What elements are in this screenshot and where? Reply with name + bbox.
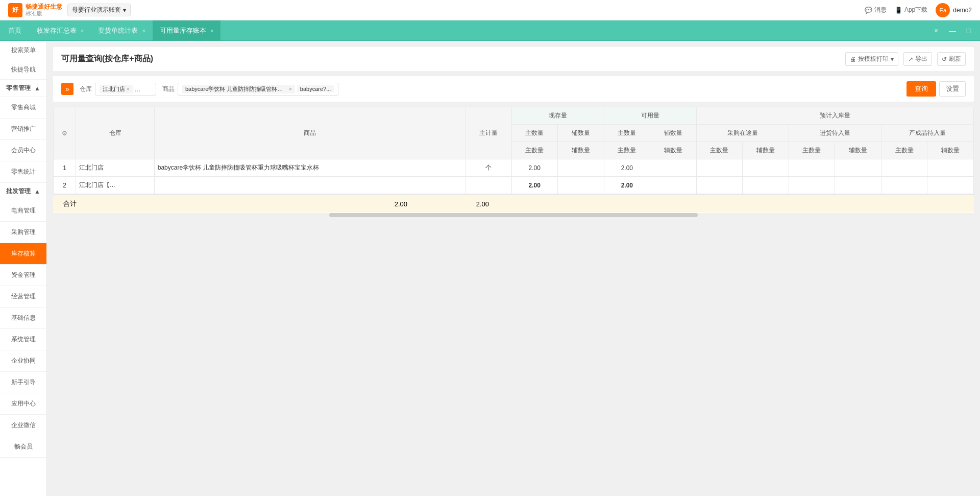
page-header: 可用量查询(按仓库+商品) 🖨 按模板打印 ▾ ↗ 导出 ↺ 刷新 — [53, 47, 974, 71]
th-gear[interactable]: ⚙ — [54, 107, 76, 159]
th-produced-group: 产成品待入量 — [881, 125, 973, 142]
warehouse-filter-value[interactable]: 江北门店 × ... — [95, 83, 156, 96]
logo-area: 好 畅捷通好生意 标准版 — [8, 3, 62, 17]
sidebar-item-operations[interactable]: 经营管理 — [0, 286, 46, 308]
tab-item-yaohuo[interactable]: 要货单统计表 × — [91, 20, 152, 41]
product-filter-value[interactable]: babycare学饮杯 儿童防摔防撞吸管杯重力球吸嘴杯宝宝水杯 × babyca… — [178, 83, 338, 96]
th-stock-main2: 主数量 — [511, 142, 558, 159]
th-avail-aux: 辅数量 — [650, 125, 697, 142]
sidebar-item-enterprise-collab[interactable]: 企业协同 — [0, 350, 46, 372]
product-tag-2: babycare?... — [297, 85, 334, 92]
sidebar-item-finance[interactable]: 资金管理 — [0, 265, 46, 286]
table-container: ⚙ 仓库 商品 主计量 现存量 可用量 预计入库量 主数量 辅数量 主数量 辅数… — [53, 107, 974, 218]
sidebar-item-purchase-mgmt[interactable]: 采购管理 — [0, 222, 46, 243]
filter-warehouse-group: 仓库 江北门店 × ... — [80, 83, 156, 96]
warehouse-filter-dots[interactable]: ... — [135, 85, 141, 93]
table-footer: 合计 2.00 2.00 — [53, 194, 974, 212]
user-area[interactable]: Ea demo2 — [936, 3, 972, 17]
main-table: ⚙ 仓库 商品 主计量 现存量 可用量 预计入库量 主数量 辅数量 主数量 辅数… — [53, 107, 974, 194]
tab-close-3[interactable]: × — [210, 28, 213, 34]
sidebar-item-retail-mall[interactable]: 零售商城 — [0, 97, 46, 119]
refresh-btn[interactable]: ↺ 刷新 — [937, 52, 966, 66]
sidebar-item-newbie[interactable]: 新手引导 — [0, 372, 46, 393]
tab-item-keyongliang[interactable]: 可用量库存账本 × — [153, 20, 220, 41]
tab-bar: 首页 收发存汇总表 × 要货单统计表 × 可用量库存账本 × × — □ — [0, 20, 980, 41]
th-prod-aux: 辅数量 — [927, 142, 974, 159]
filter-product-group: 商品 babycare学饮杯 儿童防摔防撞吸管杯重力球吸嘴杯宝宝水杯 × bab… — [162, 83, 338, 96]
th-prod-main: 主数量 — [881, 142, 927, 159]
logo-icon: 好 — [8, 3, 22, 17]
tab-bar-right: × — □ — [929, 23, 980, 38]
th-incoming-group: 进货待入量 — [789, 125, 881, 142]
user-name: demo2 — [953, 7, 972, 14]
warehouse-label: 仓库 — [80, 85, 92, 93]
print-btn[interactable]: 🖨 按模板打印 ▾ — [845, 52, 898, 66]
sidebar-item-fast-nav[interactable]: 快捷导航 — [0, 60, 46, 80]
table-row: 1 江北门店 babycare学饮杯 儿童防摔防撞吸管杯重力球吸嘴杯宝宝水杯 个… — [54, 159, 974, 177]
query-btn[interactable]: 查询 — [906, 81, 936, 97]
warehouse-tag-remove[interactable]: × — [127, 86, 130, 92]
message-icon: 💬 — [865, 7, 872, 14]
th-inc-aux: 辅数量 — [835, 142, 881, 159]
page-title: 可用量查询(按仓库+商品) — [61, 54, 153, 64]
sidebar-item-marketing[interactable]: 营销推广 — [0, 119, 46, 140]
sidebar-item-inventory[interactable]: 库存核算 — [0, 243, 46, 265]
top-bar: 好 畅捷通好生意 标准版 母婴行业演示账套 ▾ 💬 消息 📱 App下载 Ea … — [0, 0, 980, 20]
main-layout: 搜索菜单 快捷导航 零售管理 ▲ 零售商城 营销推广 会员中心 零售统计 批发管… — [0, 41, 980, 496]
sidebar-item-ecom-mgmt[interactable]: 电商管理 — [0, 200, 46, 222]
th-avail-main2: 主数量 — [604, 142, 650, 159]
sidebar-item-basic-info[interactable]: 基础信息 — [0, 308, 46, 329]
th-avail-aux2: 辅数量 — [650, 142, 697, 159]
sidebar-item-member-app[interactable]: 畅会员 — [0, 436, 46, 458]
setting-btn[interactable]: 设置 — [939, 81, 966, 97]
product-label: 商品 — [162, 85, 175, 93]
sidebar-item-app-center[interactable]: 应用中心 — [0, 393, 46, 415]
tab-close-all-btn[interactable]: × — [929, 23, 943, 38]
th-stock-group: 现存量 — [511, 107, 604, 125]
sidebar-item-retail-stats[interactable]: 零售统计 — [0, 161, 46, 183]
app-icon: 📱 — [895, 7, 902, 14]
logo-text: 畅捷通好生意 标准版 — [26, 3, 62, 17]
table-scroll-thumb[interactable] — [329, 213, 698, 217]
filter-actions: 查询 设置 — [906, 81, 966, 97]
sidebar-item-member-center[interactable]: 会员中心 — [0, 140, 46, 161]
tab-close-2[interactable]: × — [142, 28, 145, 34]
th-pur-main: 主数量 — [696, 142, 743, 159]
footer-stock-main: 2.00 — [380, 200, 421, 208]
chevron-down-icon: ▲ — [34, 188, 40, 195]
page-actions: 🖨 按模板打印 ▾ ↗ 导出 ↺ 刷新 — [845, 52, 966, 66]
sidebar-item-search-menu[interactable]: 搜索菜单 — [0, 41, 46, 60]
th-stock-main: 主数量 — [511, 125, 558, 142]
product-tag-1-remove[interactable]: × — [289, 86, 292, 92]
filter-area: » 仓库 江北门店 × ... 商品 babycare学饮杯 儿童防摔防撞吸管杯… — [53, 76, 974, 102]
export-btn[interactable]: ↗ 导出 — [903, 52, 932, 66]
industry-select[interactable]: 母婴行业演示账套 ▾ — [67, 4, 131, 16]
warehouse-tag: 江北门店 × — [100, 85, 133, 93]
tab-item-shoufacun[interactable]: 收发存汇总表 × — [30, 20, 91, 41]
footer-avail-main: 2.00 — [462, 200, 503, 208]
top-bar-left: 好 畅捷通好生意 标准版 母婴行业演示账套 ▾ — [8, 3, 131, 17]
export-icon: ↗ — [908, 56, 913, 63]
th-forecast-group: 预计入库量 — [696, 107, 973, 125]
th-inc-main: 主数量 — [789, 142, 835, 159]
message-btn[interactable]: 💬 消息 — [865, 6, 887, 14]
sidebar-item-system-mgmt[interactable]: 系统管理 — [0, 329, 46, 350]
tab-maximize-btn[interactable]: □ — [962, 23, 976, 38]
footer-label: 合计 — [53, 199, 145, 208]
tab-close-1[interactable]: × — [81, 28, 84, 34]
table-scrollbar[interactable] — [53, 213, 974, 218]
print-icon: 🖨 — [850, 56, 856, 63]
print-chevron-icon: ▾ — [891, 56, 894, 63]
tab-home[interactable]: 首页 — [0, 20, 30, 41]
th-unit: 主计量 — [465, 107, 511, 159]
filter-expand-btn[interactable]: » — [61, 83, 74, 95]
th-stock-aux: 辅数量 — [558, 125, 604, 142]
app-download-btn[interactable]: 📱 App下载 — [895, 6, 927, 14]
sidebar-item-wholesale-mgmt[interactable]: 批发管理 ▲ — [0, 183, 46, 200]
chevron-down-icon: ▾ — [123, 7, 126, 14]
sidebar-item-wechat[interactable]: 企业微信 — [0, 415, 46, 436]
tab-minimize-btn[interactable]: — — [945, 23, 960, 38]
top-bar-right: 💬 消息 📱 App下载 Ea demo2 — [865, 3, 972, 17]
content-area: 可用量查询(按仓库+商品) 🖨 按模板打印 ▾ ↗ 导出 ↺ 刷新 » — [47, 41, 980, 496]
sidebar-item-retail-mgmt[interactable]: 零售管理 ▲ — [0, 80, 46, 97]
